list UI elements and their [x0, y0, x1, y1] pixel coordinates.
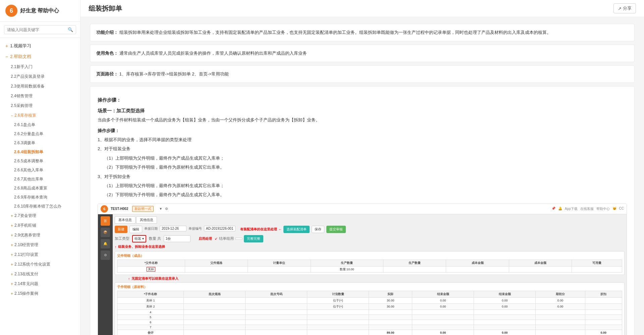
sidebar-item-new-user[interactable]: 2.1新手入门 — [0, 62, 80, 72]
sim-bth-disc: 折扣 — [585, 291, 622, 297]
sim-enable-row: 启用处理 ↙ 结单组用 完整完整 — [199, 235, 263, 242]
logo-text: 好生意 帮助中心 — [20, 7, 59, 14]
sim-th-cost2: 成本金额 — [509, 260, 572, 266]
sidebar-item-partial-stocktake[interactable]: 2.6.2分量盘点单 — [0, 129, 80, 138]
sim-breadcrumb: ▼ ⚙ — [159, 207, 549, 211]
sim-num-label: 单据编号 — [189, 226, 202, 231]
annotation-enable-text: 启用处理 — [199, 236, 212, 241]
sim-td-avail — [572, 266, 622, 272]
sim-th-parent-spec: 父件规格 — [185, 260, 248, 266]
sidebar-item-stocktake[interactable]: 2.6.1盘点单 — [0, 120, 80, 129]
sim-date-input[interactable]: 2019-12-26 — [160, 226, 186, 231]
table-row: 美杯 数量:10.00 — [117, 266, 622, 272]
share-button[interactable]: ↗ 分享 — [613, 3, 636, 13]
sidebar-item-cost-recalc[interactable]: 2.6.8商品成本重算 — [0, 184, 80, 193]
sidebar-item-ledger-fix[interactable]: 2.6.10库存账本错了怎么办 — [0, 202, 80, 211]
sim-num-field: 单据编号 AD-20191226-001 — [189, 226, 235, 231]
sim-btn-complete[interactable]: 完整完整 — [244, 235, 263, 242]
step3: 3、对于拆卸业务 — [98, 173, 627, 180]
step2-1: （1）上部明细为父件明细，最终作为产成品生成其它入库单； — [104, 154, 627, 162]
sim-header-icons: 📌🔔App下载在线客服帮助中心🐱CC — [551, 207, 624, 211]
sim-td-c1 — [446, 266, 509, 272]
sim-bth-batch: 批次规格 — [184, 291, 246, 297]
topbar: 组装拆卸单 ↗ 分享 — [80, 0, 644, 17]
sim-bth-plan: 计划数量 — [307, 291, 369, 297]
sim-type-select[interactable]: 组装 ▾ — [132, 235, 146, 242]
screenshot-wrapper: 6 TEST-H002 新款明一式 ▼ ⚙ 📌🔔App下载在线客服帮助中心🐱CC… — [98, 204, 627, 335]
nav-tree: + 1.视频学习 − 2.帮助文档 2.1新手入门 2.2产品安装及登录 2.3… — [0, 38, 80, 335]
sidebar-item-install[interactable]: 2.2产品安装及登录 — [0, 72, 80, 81]
sim-num-input[interactable]: AD-20191226-001 — [204, 226, 235, 231]
sidebar-item-online-pay[interactable]: + 2.13在线支付 — [0, 269, 80, 279]
sim-th-prod-qty2: 生产数量 — [383, 260, 446, 266]
sidebar-item-finance[interactable]: + 2.7资金管理 — [0, 211, 80, 221]
sim-bth-actual: 实际 — [369, 291, 412, 297]
sidebar-item-faq[interactable]: + 2.14常见问题 — [0, 279, 80, 289]
sim-sidebar-icon-2: 🔔 — [101, 239, 110, 248]
sim-th-avail: 可用量 — [572, 260, 622, 266]
plus-icon-mobile: + — [11, 223, 13, 228]
sim-btn-bom[interactable]: 选择装配清单 — [283, 226, 310, 233]
search-input[interactable] — [7, 27, 68, 32]
plus-icon-finance: + — [11, 214, 13, 218]
sidebar-item-inventory[interactable]: − 2.6库存核算 — [0, 111, 80, 120]
sim-type-row: 加工类型 组装 ▾ 数量 共 1份 启用处理 ↙ 结单组用 完整完整 — [115, 235, 625, 242]
sim-td-spec — [185, 266, 248, 272]
table-row: 6 — [117, 320, 622, 325]
path-card: 页面路径： 1、库存核算->库存管理->组装拆卸单 2、首页->常用功能 — [90, 65, 635, 83]
sidebar-item-operations[interactable]: + 2.10经营管理 — [0, 240, 80, 250]
sidebar-item-sales[interactable]: 2.4销售管理 — [0, 91, 80, 101]
sim-btn-save[interactable]: 保存 — [312, 226, 324, 233]
annotation-type-arrow: ↑ — [115, 245, 117, 249]
content-area: 功能介绍： 组装拆卸单用来处理企业组装或拆卸等加工业务，支持有固定装配清单的产品… — [80, 17, 644, 335]
sim-new-btn: 新款明一式 — [132, 206, 154, 212]
sidebar-item-docs[interactable]: − 2.帮助文档 — [0, 51, 80, 62]
search-icon[interactable]: 🔍 — [68, 27, 73, 32]
sidebar-item-data-prep[interactable]: 2.3使用前数据准备 — [0, 81, 80, 91]
sim-btn-edit[interactable]: 编辑 — [129, 226, 142, 233]
sidebar-item-custom[interactable]: + 2.12系统个性化设置 — [0, 260, 80, 269]
sidebar-item-transfer[interactable]: 2.6.3调拨单 — [0, 138, 80, 148]
sidebar-item-other-out[interactable]: 2.6.7其他出库单 — [0, 175, 80, 184]
sim-bth-name: *子件名称 — [117, 291, 184, 297]
func-intro-card: 功能介绍： 组装拆卸单用来处理企业组装或拆卸等加工业务，支持有固定装配清单的产品… — [90, 24, 635, 41]
sim-tab-other[interactable]: 其他信息 — [136, 216, 157, 224]
sidebar-item-purchase[interactable]: 2.5采购管理 — [0, 101, 80, 111]
steps-heading: 操作步骤： — [98, 97, 627, 103]
sidebar-item-print[interactable]: + 2.11打印设置 — [0, 250, 80, 260]
sim-sidebar-icon-home: 首 — [101, 216, 110, 226]
sim-enable-input[interactable] — [235, 238, 243, 240]
sidebar-item-videos[interactable]: + 1.视频学习 — [0, 41, 80, 51]
sidebar-item-assembly[interactable]: 2.6.4组装拆卸单 — [0, 148, 80, 157]
plus-icon-print: + — [11, 253, 13, 257]
sim-screenshot: 6 TEST-H002 新款明一式 ▼ ⚙ 📌🔔App下载在线客服帮助中心🐱CC… — [98, 204, 627, 335]
sidebar-item-cases[interactable]: + 2.15操作案例 — [0, 289, 80, 298]
sidebar-item-other-in[interactable]: 2.6.6其他入库单 — [0, 166, 80, 175]
sidebar-item-cost-adjust[interactable]: 2.6.5成本调整单 — [0, 157, 80, 166]
sidebar-item-docs-label: 2.帮助文档 — [10, 54, 31, 60]
path-text: 页面路径： 1、库存核算->库存管理->组装拆卸单 2、首页->常用功能 — [96, 70, 628, 78]
table-footer-row: 合计 89.00 0.00 0.00 0.00 — [117, 330, 622, 335]
sim-tab-basic[interactable]: 基本信息 — [115, 216, 136, 224]
sim-bth-end2: 结束金额 — [474, 291, 536, 297]
search-area: 🔍 — [0, 22, 80, 38]
search-box[interactable]: 🔍 — [4, 25, 76, 34]
sidebar-item-ledger[interactable]: 2.6.9库存账本查询 — [0, 193, 80, 202]
sim-type-label: 加工类型 — [115, 236, 129, 241]
plus-icon-coupon: + — [11, 233, 13, 238]
sim-th-parent-name: *父件名称 — [117, 260, 185, 266]
plus-icon-custom: + — [11, 262, 13, 267]
nav-group-videos: + 1.视频学习 — [0, 41, 80, 51]
sim-qty-input[interactable]: 1份 — [164, 235, 191, 242]
logo-area: 6 好生意 帮助中心 — [0, 0, 80, 22]
sim-btn-new[interactable]: 新建 — [115, 226, 127, 233]
sim-btn-submit[interactable]: 提交审核 — [326, 226, 346, 233]
step1: 1、根据不同的业务，选择不同单据的类型来处理 — [98, 136, 627, 144]
minus-icon: − — [5, 54, 8, 59]
sidebar-item-coupon[interactable]: + 2.9优惠券管理 — [0, 230, 80, 240]
sim-qty-label: 数量 共 — [149, 236, 161, 241]
annotation-bom-text: 有装配清单的在这里处理 — [240, 227, 277, 232]
sidebar-item-mobile[interactable]: + 2.8手机旺铺 — [0, 221, 80, 230]
scene1-desc: 当由多个子件材料组装成一个成品的业务为【组装】业务，当由一个父件拆分成多个子产品… — [98, 116, 627, 124]
sim-sidebar-icon-3: ⚙ — [101, 250, 110, 260]
